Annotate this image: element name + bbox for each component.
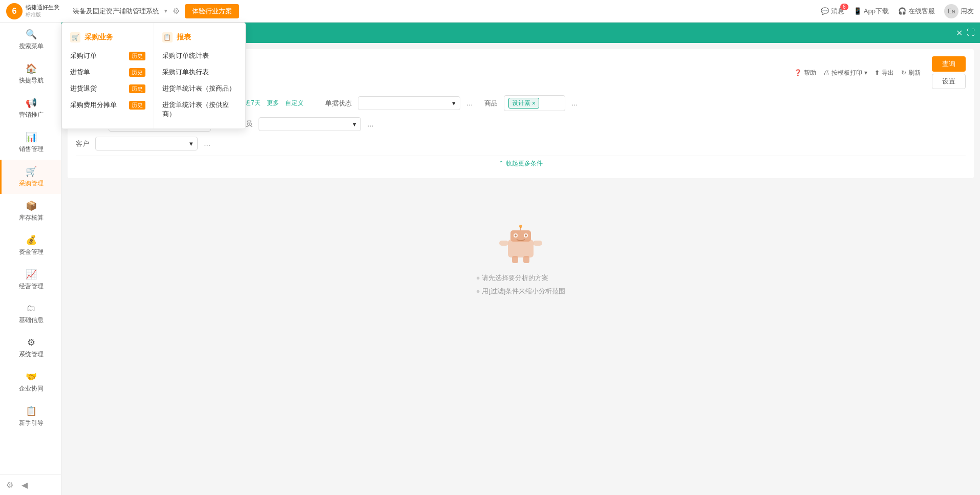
tab-bar-actions: ✕ ⛶ (951, 23, 980, 43)
svg-rect-0 (508, 240, 534, 257)
history-badge-3: 历史 (129, 101, 145, 110)
user-action[interactable]: Ea 用友 (944, 4, 974, 18)
purchase-header-icon: 🛒 (70, 32, 80, 42)
sidebar-item-operations[interactable]: 📈 经营管理 (0, 263, 61, 297)
customer-label: 客户 (76, 139, 89, 148)
history-badge-2: 历史 (129, 84, 145, 93)
date-more[interactable]: 更多 (267, 99, 279, 107)
sidebar-item-purchase[interactable]: 🛒 采购管理 (0, 160, 61, 194)
header-actions: 💬 消息 6 📱 App下载 🎧 在线客服 Ea 用友 (821, 4, 974, 18)
date-custom[interactable]: 自定义 (285, 99, 304, 107)
svg-point-11 (519, 225, 522, 228)
dropdown-item-inbound[interactable]: 进货单 历史 (62, 64, 154, 80)
customer-more[interactable]: … (204, 140, 210, 147)
finance-icon: 💰 (26, 234, 37, 246)
dropdown-col-purchase: 🛒 采购业务 采购订单 历史 进货单 历史 进货退货 历史 采购费用分摊单 历史 (62, 23, 154, 128)
logo-text: 畅捷通好生意 标准版 (26, 4, 59, 18)
tab-maximize-btn[interactable]: ⛶ (967, 28, 975, 37)
empty-hints: 请先选择要分析的方案 用[过滤]条件来缩小分析范围 (476, 271, 566, 298)
purchase-icon: 🛒 (26, 166, 37, 177)
goods-more[interactable]: … (571, 99, 578, 107)
sidebar-item-finance[interactable]: 💰 资金管理 (0, 228, 61, 263)
sidebar-item-basic-info[interactable]: 🗂 基础信息 (0, 297, 61, 331)
search-icon: 🔍 (26, 29, 37, 40)
svg-rect-6 (499, 241, 508, 246)
history-badge-0: 历史 (129, 52, 145, 60)
empty-state: 请先选择要分析的方案 用[过滤]条件来缩小分析范围 (68, 183, 974, 339)
cooperation-icon: 🤝 (26, 371, 37, 382)
bill-status-select[interactable]: ▾ (358, 96, 460, 110)
operations-icon: 📈 (26, 269, 37, 280)
refresh-icon: ↻ (901, 69, 906, 76)
svg-point-5 (525, 234, 527, 236)
empty-hint-1: 请先选择要分析的方案 (476, 271, 566, 285)
bottom-settings-icon[interactable]: ⚙ (6, 480, 13, 490)
tab-close-all-btn[interactable]: ✕ (956, 28, 963, 38)
sidebar-item-inventory[interactable]: 📦 库存核算 (0, 194, 61, 228)
query-button[interactable]: 查询 (932, 56, 966, 72)
dropdown-item-inbound-by-supplier[interactable]: 进货单统计表（按供应商） (154, 97, 246, 122)
svg-rect-7 (533, 241, 542, 246)
message-action[interactable]: 💬 消息 6 (821, 7, 844, 16)
dropdown-purchase-header: 🛒 采购业务 (62, 29, 154, 48)
app-icon: 📱 (854, 7, 862, 15)
message-icon: 💬 (821, 7, 829, 15)
system-dropdown-arrow[interactable]: ▾ (164, 8, 167, 14)
refresh-btn[interactable]: ↻ 刷新 (901, 69, 921, 77)
marketing-icon: 📢 (26, 97, 37, 109)
sidebar-item-search[interactable]: 🔍 搜索菜单 (0, 23, 61, 57)
dropdown-item-po-exec[interactable]: 采购订单执行表 (154, 64, 246, 80)
sidebar-item-cooperation[interactable]: 🤝 企业协同 (0, 365, 61, 399)
settings-button[interactable]: 设置 (932, 74, 966, 89)
sidebar-item-guide[interactable]: 📋 新手引导 (0, 399, 61, 434)
print-dropdown-icon[interactable]: ▾ (864, 69, 867, 76)
dropdown-col-report: 📋 报表 采购订单统计表 采购订单执行表 进货单统计表（按商品） 进货单统计表（… (154, 23, 246, 128)
report-header-icon: 📋 (162, 32, 173, 42)
basic-info-icon: 🗂 (27, 303, 36, 314)
goods-tag: 设计素 × (508, 98, 539, 109)
print-btn[interactable]: 🖨 按模板打印 ▾ (823, 69, 867, 77)
sales-icon: 📊 (26, 132, 37, 143)
dropdown-item-expense[interactable]: 采购费用分摊单 历史 (62, 97, 154, 113)
dropdown-item-inbound-by-goods[interactable]: 进货单统计表（按商品） (154, 80, 246, 97)
system-title: 装备及固定资产辅助管理系统 (73, 7, 159, 16)
export-icon: ⬆ (875, 69, 880, 76)
inventory-icon: 📦 (26, 200, 37, 211)
online-service-action[interactable]: 🎧 在线客服 (898, 7, 935, 16)
sidebar-item-marketing[interactable]: 📢 营销推广 (0, 91, 61, 125)
collapse-bar[interactable]: ⌃ 收起更多条件 (76, 156, 966, 171)
goods-label: 商品 (484, 99, 498, 108)
customer-select[interactable]: ▾ (95, 137, 198, 150)
goods-tag-close[interactable]: × (532, 100, 536, 107)
dropdown-item-po-stat[interactable]: 采购订单统计表 (154, 48, 246, 64)
salesperson-select[interactable]: ▾ (259, 117, 361, 131)
dropdown-item-purchase-order[interactable]: 采购订单 历史 (62, 48, 154, 64)
filter-row-3: 客户 ▾ … (76, 137, 966, 150)
bill-status-more[interactable]: … (466, 99, 473, 107)
export-btn[interactable]: ⬆ 导出 (875, 69, 894, 77)
svg-point-4 (515, 234, 517, 236)
app-download-action[interactable]: 📱 App下载 (854, 7, 889, 16)
date-7days[interactable]: 近7天 (245, 99, 261, 107)
home-icon: 🏠 (26, 63, 37, 74)
salesperson-more[interactable]: … (367, 120, 374, 128)
sidebar-item-system[interactable]: ⚙ 系统管理 (0, 331, 61, 365)
sidebar-collapse-icon[interactable]: ◀ (22, 480, 28, 490)
sidebar-item-sales[interactable]: 📊 销售管理 (0, 125, 61, 160)
svg-rect-8 (512, 256, 518, 263)
goods-input[interactable]: 设计素 × (504, 95, 565, 111)
industry-btn[interactable]: 体验行业方案 (185, 4, 239, 18)
sidebar-item-nav[interactable]: 🏠 快捷导航 (0, 57, 61, 91)
top-header: 6 畅捷通好生意 标准版 装备及固定资产辅助管理系统 ▾ ⚙ 体验行业方案 💬 … (0, 0, 980, 23)
dropdown-item-return[interactable]: 进货退货 历史 (62, 80, 154, 97)
empty-hint-2: 用[过滤]条件来缩小分析范围 (476, 285, 566, 298)
empty-illustration (495, 224, 546, 265)
sidebar: 🔍 搜索菜单 🏠 快捷导航 📢 营销推广 📊 销售管理 🛒 采购管理 📦 库存核… (0, 23, 61, 495)
history-badge-1: 历史 (129, 68, 145, 77)
logo-area: 6 畅捷通好生意 标准版 (6, 3, 68, 19)
print-icon: 🖨 (823, 69, 829, 76)
help-btn[interactable]: ❓ 帮助 (794, 69, 816, 77)
system-settings-icon[interactable]: ⚙ (173, 6, 180, 16)
headset-icon: 🎧 (898, 7, 906, 15)
dropdown-report-header: 📋 报表 (154, 29, 246, 48)
